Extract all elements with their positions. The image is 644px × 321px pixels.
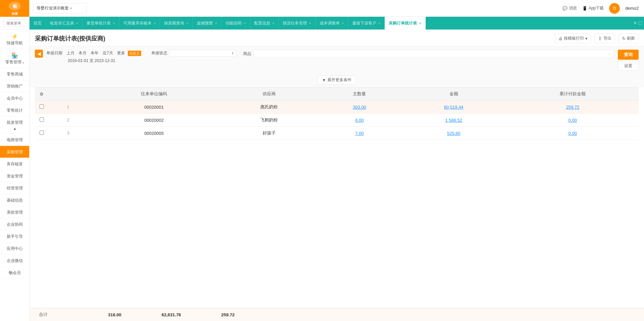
tab-warranty-close-icon[interactable]: × <box>186 21 188 25</box>
sidebar-item-system[interactable]: 系统管理 <box>0 206 29 218</box>
message-label: 消息 <box>569 5 577 11</box>
tab-warranty-query[interactable]: 保质期查询 × <box>160 17 193 30</box>
app-download-label: App下载 <box>589 5 604 11</box>
print-button[interactable]: 🖨 按模板打印 ▾ <box>555 34 591 43</box>
row3-amount[interactable]: 525.80 <box>401 127 507 140</box>
app-download-icon: 📱 <box>582 6 587 11</box>
row2-check-input[interactable] <box>40 117 44 122</box>
tab-config-info[interactable]: 配置信息 × <box>250 17 279 30</box>
quick-nav-icon: ⚡ <box>11 33 18 40</box>
sidebar-item-enterprise[interactable]: 企业协同 <box>0 218 29 230</box>
row3-checkbox[interactable] <box>35 127 48 140</box>
tabbar: 首页 收发存汇总表 × 要货单统计表 × 可用量库存账本 × 保质期查询 × 超… <box>30 17 644 30</box>
sidebar-item-purchase[interactable]: 采购管理 <box>0 146 29 158</box>
tab-picking-task[interactable]: 拣货任务管理 × <box>279 17 315 30</box>
app-download-button[interactable]: 📱 App下载 <box>582 5 604 11</box>
sidebar-item-ecommerce[interactable]: 电商管理 <box>0 134 29 146</box>
tab-picking-close-icon[interactable]: × <box>309 21 311 25</box>
tab-available-inventory-close-icon[interactable]: × <box>154 21 156 25</box>
shortcut-this-year[interactable]: 本年 <box>89 50 100 57</box>
sidebar-item-member2[interactable]: 畅会员 <box>0 267 29 279</box>
sidebar-item-member[interactable]: 会员中心 <box>0 92 29 104</box>
col-settings[interactable]: ⚙ <box>35 88 48 101</box>
expand-more-button[interactable]: ▼ 展开更多条件 <box>318 75 356 85</box>
retail-expand-icon: ▴ <box>22 61 24 64</box>
date-custom-badge[interactable]: 自定义 <box>128 51 141 56</box>
row3-main-qty[interactable]: 7.00 <box>318 127 401 140</box>
tab-available-inventory[interactable]: 可用量库存账本 × <box>119 17 160 30</box>
row1-checkbox[interactable] <box>35 101 48 114</box>
user-avatar[interactable]: D <box>609 3 620 14</box>
message-button[interactable]: 💬 消息 <box>562 5 577 11</box>
column-settings-icon[interactable]: ⚙ <box>40 92 44 97</box>
row2-main-qty[interactable]: 6.00 <box>318 114 401 127</box>
row1-supplier-name: 惠氏奶粉 <box>220 101 318 114</box>
sidebar-item-inventory[interactable]: 库存核算 <box>0 158 29 170</box>
filter-collapse-button[interactable]: ◀ <box>35 50 43 58</box>
settings-button[interactable]: 设置 <box>618 61 639 71</box>
tab-purchase-stats-close-icon[interactable]: × <box>113 21 115 25</box>
tab-purchase-stats[interactable]: 要货单统计表 × <box>83 17 119 30</box>
tab-config-close-icon[interactable]: × <box>272 21 274 25</box>
enterprise-label: 企业协同 <box>7 222 23 227</box>
tab-overstock-alert[interactable]: 超储预警 × <box>193 17 221 30</box>
retail-label: 零售管理 <box>5 59 21 65</box>
export-label: 导出 <box>603 36 611 41</box>
tab-config-info-label: 配置信息 <box>254 20 270 26</box>
tab-close-all-icon[interactable]: × <box>634 20 637 26</box>
shortcut-last-month[interactable]: 上月 <box>65 50 76 57</box>
row1-main-qty[interactable]: 303.00 <box>318 101 401 114</box>
sidebar-item-finance[interactable]: 资金管理 <box>0 170 29 182</box>
finance-label: 资金管理 <box>7 173 23 179</box>
query-button[interactable]: 查询 <box>618 50 639 60</box>
row3-check-input[interactable] <box>40 130 44 135</box>
tab-overstock-close-icon[interactable]: × <box>215 21 217 25</box>
sidebar-item-basic-info[interactable]: 基础信息 <box>0 194 29 206</box>
row2-paid-amount[interactable]: 0.00 <box>507 114 639 127</box>
export-button[interactable]: ⇪ 导出 <box>594 34 615 43</box>
row2-checkbox[interactable] <box>35 114 48 127</box>
sidebar-item-new-guide[interactable]: 新手引导 <box>0 230 29 243</box>
sidebar-item-retail-stats[interactable]: 零售统计 <box>0 104 29 116</box>
sidebar-item-marketing[interactable]: 营销推广 <box>0 80 29 92</box>
search-input[interactable] <box>3 19 26 27</box>
tab-purchase-order-stats[interactable]: 采购订单统计表 × <box>385 17 425 30</box>
row2-amount[interactable]: 1,586.52 <box>401 114 507 127</box>
tab-purchase-order-close-icon[interactable]: × <box>419 21 421 25</box>
system-label: 系统管理 <box>7 210 23 215</box>
sidebar-item-wholesale[interactable]: 批发管理 ▴ <box>0 116 29 134</box>
sidebar-item-retail-mall[interactable]: 零售商城 <box>0 68 29 80</box>
sidebar-item-retail[interactable]: 🏪 零售管理 ▴ <box>0 49 29 68</box>
sidebar-item-quick-nav[interactable]: ⚡ 快捷导航 <box>0 30 29 49</box>
status-select[interactable]: ▾ <box>169 50 236 57</box>
shortcut-this-month[interactable]: 本月 <box>77 50 88 57</box>
table-header-row: ⚙ 往来单位编码 供应商 主数量 金额 累计付款金额 <box>35 88 639 101</box>
tab-collect-summary[interactable]: 收发存汇总表 × <box>46 17 83 30</box>
tab-cost-close-icon[interactable]: × <box>342 21 344 25</box>
tab-function-desc[interactable]: 功能说明 × <box>221 17 250 30</box>
workspace-label: 母婴行业演示账套 <box>37 5 69 11</box>
tab-invite-close-icon[interactable]: × <box>378 21 380 25</box>
tab-maximize-icon[interactable]: □ <box>639 20 642 26</box>
tab-function-close-icon[interactable]: × <box>244 21 246 25</box>
sidebar-item-operations[interactable]: 经营管理 <box>0 182 29 194</box>
workspace-selector[interactable]: 母婴行业演示账套 ▾ <box>33 3 87 13</box>
tab-collect-summary-close-icon[interactable]: × <box>76 21 78 25</box>
print-label: 按模板打印 <box>564 36 584 41</box>
row1-check-input[interactable] <box>40 104 44 109</box>
sidebar-item-app-center[interactable]: 应用中心 <box>0 243 29 255</box>
row2-supplier-name: 飞鹤奶粉 <box>220 114 318 127</box>
row3-paid-amount[interactable]: 0.00 <box>507 127 639 140</box>
tab-warranty-query-label: 保质期查询 <box>164 20 184 26</box>
shortcut-more[interactable]: 更多 <box>116 50 126 57</box>
refresh-button[interactable]: ↻ 刷新 <box>619 34 639 43</box>
tab-home[interactable]: 首页 <box>30 17 46 30</box>
tab-invite-customer[interactable]: 邀请下游客户 × <box>348 17 385 30</box>
username-label[interactable]: demo2 <box>625 6 639 11</box>
shortcut-7days[interactable]: 近7天 <box>101 50 114 57</box>
tab-cost-adjust[interactable]: 成本调整单 × <box>316 17 348 30</box>
topbar-right: 💬 消息 📱 App下载 D demo2 <box>562 3 644 14</box>
row1-paid-amount[interactable]: 259.72 <box>507 101 639 114</box>
row1-amount[interactable]: 60,519.44 <box>401 101 507 114</box>
sidebar-item-enterprise-wechat[interactable]: 企业微信 <box>0 255 29 267</box>
